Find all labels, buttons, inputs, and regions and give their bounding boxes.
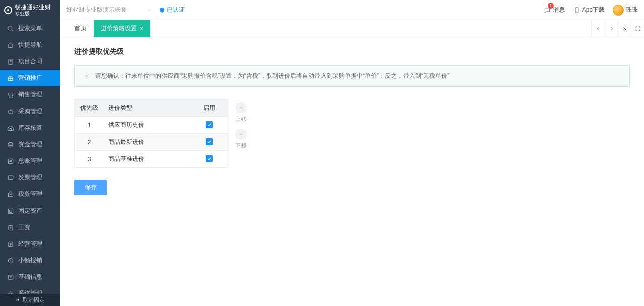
invoice-icon (7, 174, 14, 181)
move-down-button[interactable]: 下移 (235, 129, 247, 149)
sidebar-item-invoice[interactable]: 发票管理 (0, 169, 60, 186)
save-button[interactable]: 保存 (74, 180, 107, 195)
sidebar-item-tax[interactable]: 税务管理 (0, 186, 60, 202)
ledger-icon (7, 158, 14, 165)
cell-type: 商品基准进价 (103, 151, 191, 167)
sidebar-label-marketing: 营销推广 (18, 74, 42, 82)
content-area: 进价提取优先级 请您确认：往来单位中的供应商“采购报价含税”设置，为“含税”，取… (60, 37, 644, 306)
search-icon (7, 25, 14, 32)
sidebar-label-invoice: 发票管理 (18, 173, 42, 182)
unpin-icon (16, 297, 21, 302)
sidebar-item-basicinfo[interactable]: 基础信息 (0, 269, 60, 285)
shield-icon (159, 7, 165, 13)
sidebar-item-assets[interactable]: 固定资产 (0, 202, 60, 219)
cell-priority: 2 (75, 135, 103, 150)
warehouse-icon (7, 125, 14, 132)
sidebar-label-assets: 固定资产 (18, 207, 42, 215)
svg-rect-6 (10, 128, 12, 130)
sidebar-item-purchase[interactable]: 采购管理 (0, 103, 60, 120)
sidebar-item-business[interactable]: 经营管理 (0, 236, 60, 252)
sidebar-item-reimburse[interactable]: 小畅报销 (0, 252, 60, 269)
enable-checkbox[interactable] (206, 121, 213, 128)
sidebar-item-search[interactable]: 搜索菜单 (0, 20, 60, 37)
sidebar-label-system: 系统管理 (18, 289, 42, 294)
tab-home-label: 首页 (74, 24, 87, 33)
svg-point-17 (576, 11, 577, 12)
info-icon (83, 73, 90, 80)
sidebar-item-salary[interactable]: 工资 (0, 219, 60, 236)
enable-checkbox[interactable] (206, 155, 213, 162)
logo-icon (4, 6, 12, 14)
user-menu[interactable]: 珠珠 (613, 5, 638, 16)
check-icon (207, 156, 212, 161)
tabs-next-button[interactable] (605, 20, 618, 37)
reimburse-icon (7, 257, 14, 264)
cell-type: 供应商历史价 (103, 117, 191, 133)
basket-icon (7, 108, 14, 115)
sidebar-item-sales[interactable]: 销售管理 (0, 86, 60, 103)
app-download-button[interactable]: App下载 (573, 6, 605, 14)
assets-icon (7, 208, 14, 215)
sidebar-label-ledger: 总账管理 (18, 157, 42, 165)
gift-icon (7, 75, 14, 82)
sidebar-item-ledger[interactable]: 总账管理 (0, 153, 60, 169)
brand-sub-text: 专业版 (15, 11, 51, 16)
tab-home[interactable]: 首页 (67, 20, 94, 37)
cart-icon (7, 91, 14, 98)
sidebar-item-funds[interactable]: 资金管理 (0, 136, 60, 153)
sidebar-label-inventory: 库存核算 (18, 124, 42, 132)
verified-badge[interactable]: 已认证 (159, 6, 185, 14)
fullscreen-button[interactable] (631, 20, 644, 37)
svg-point-0 (8, 26, 12, 30)
basicinfo-icon (7, 274, 14, 281)
table-row[interactable]: 3 商品基准进价 (75, 150, 228, 167)
chevron-down-icon (147, 8, 152, 13)
cell-type: 商品最新进价 (103, 134, 191, 150)
sidebar-footer-label: 取消固定 (23, 296, 45, 304)
header-enabled: 启用 (191, 99, 228, 116)
sidebar-item-system[interactable]: 系统管理 (0, 285, 60, 294)
chevron-up-icon (238, 105, 244, 110)
cell-priority: 3 (75, 152, 103, 167)
svg-rect-9 (8, 175, 13, 179)
sidebar-item-marketing[interactable]: 营销推广 (0, 70, 60, 86)
header-type: 进价类型 (103, 99, 191, 116)
topbar: 好业财专业版演示帐套 已认证 消息 1 App下载 (60, 0, 644, 20)
table-row[interactable]: 1 供应商历史价 (75, 116, 228, 133)
close-icon (622, 26, 628, 32)
org-select[interactable]: 好业财专业版演示帐套 (66, 6, 152, 14)
avatar (613, 5, 624, 16)
move-down-label: 下移 (235, 142, 247, 149)
gear-icon (7, 290, 14, 294)
sidebar-item-project[interactable]: 项目合同 (0, 53, 60, 70)
sidebar-label-sales: 销售管理 (18, 90, 42, 99)
tab-price-strategy[interactable]: 进价策略设置 × (94, 20, 150, 37)
sidebar-unpin-button[interactable]: 取消固定 (0, 294, 60, 306)
sidebar-label-basicinfo: 基础信息 (18, 273, 42, 281)
messages-button[interactable]: 消息 1 (544, 6, 565, 14)
sidebar-menu: 搜索菜单 快捷导航 项目合同 营销推广 销售管理 采购管理 (0, 20, 60, 294)
priority-table: 优先级 进价类型 启用 1 供应商历史价 2 商品最新进价 (74, 99, 228, 168)
brand-main-text: 畅捷通好业财 (15, 4, 51, 10)
table-row[interactable]: 2 商品最新进价 (75, 133, 228, 150)
check-icon (207, 139, 212, 144)
sidebar-label-purchase: 采购管理 (18, 107, 42, 116)
sidebar-item-quicknav[interactable]: 快捷导航 (0, 37, 60, 53)
sidebar-label-quicknav: 快捷导航 (18, 41, 42, 49)
svg-point-5 (12, 96, 13, 97)
main-area: 好业财专业版演示帐套 已认证 消息 1 App下载 (60, 0, 644, 306)
tab-close-button[interactable]: × (140, 25, 143, 32)
move-controls: 上移 下移 (235, 99, 247, 149)
salary-icon (7, 224, 14, 231)
sidebar-item-inventory[interactable]: 库存核算 (0, 120, 60, 136)
tabs-prev-button[interactable] (592, 20, 605, 37)
svg-point-4 (9, 96, 10, 97)
svg-point-7 (9, 142, 13, 144)
download-label: App下载 (582, 6, 605, 14)
page-title: 进价提取优先级 (74, 47, 630, 56)
messages-badge: 1 (548, 3, 554, 9)
enable-checkbox[interactable] (206, 138, 213, 145)
file-icon (7, 58, 14, 65)
move-up-button[interactable]: 上移 (235, 102, 247, 123)
tabs-close-all-button[interactable] (618, 20, 631, 37)
